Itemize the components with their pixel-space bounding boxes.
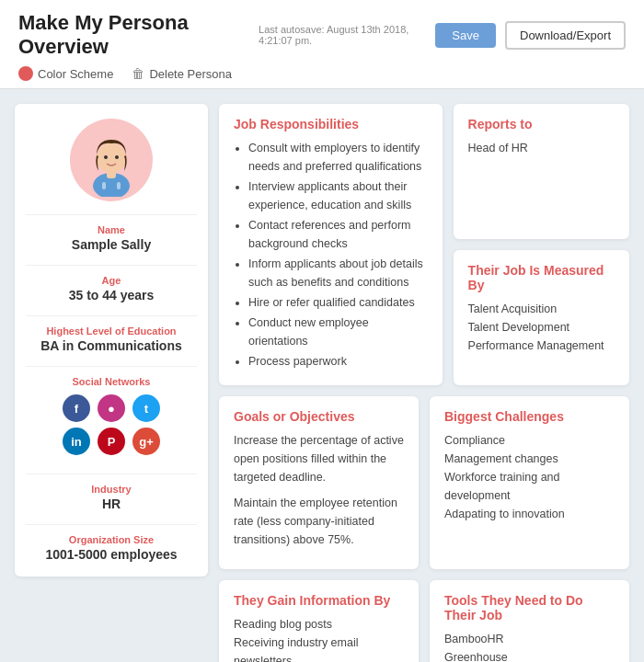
grid-row-2: Goals or Objectives Increase the percent… [219, 396, 629, 569]
goals-card: Goals or Objectives Increase the percent… [219, 396, 419, 569]
name-value: Sample Sally [26, 237, 197, 252]
list-item: Maintain the employee retention rate (le… [234, 494, 404, 549]
social-icons-row-2: in P g+ [26, 428, 197, 455]
trash-icon: 🗑 [132, 66, 144, 81]
right-column-1: Reports to Head of HR Their Job Is Measu… [454, 104, 629, 385]
job-responsibilities-title: Job Responsibilities [234, 117, 428, 131]
svg-point-5 [115, 155, 119, 159]
age-label: Age [26, 275, 197, 286]
gain-info-title: They Gain Information By [234, 593, 404, 608]
svg-point-4 [104, 155, 108, 159]
linkedin-icon[interactable]: in [63, 428, 90, 455]
main-content: Name Sample Sally Age 35 to 44 years Hig… [0, 89, 644, 662]
delete-persona-label: Delete Persona [149, 67, 232, 81]
header-right: Last autosave: August 13th 2018, 4:21:07… [259, 21, 626, 50]
download-button[interactable]: Download/Export [505, 21, 626, 50]
tools-card: Tools They Need to Do Their Job BambooHR… [430, 580, 629, 662]
measured-by-list: Talent AcquisitionTalent DevelopmentPerf… [468, 300, 615, 355]
social-networks-section: Social Networks f ● t in P g+ [26, 366, 197, 461]
reports-to-card: Reports to Head of HR [454, 104, 629, 239]
autosave-text: Last autosave: August 13th 2018, 4:21:07… [259, 24, 426, 46]
list-item: Performance Management [468, 337, 615, 355]
color-scheme-button[interactable]: Color Scheme [18, 66, 113, 81]
list-item: Greenhouse [444, 648, 615, 662]
name-label: Name [26, 224, 197, 235]
instagram-icon[interactable]: ● [98, 394, 125, 422]
org-size-value: 1001-5000 employees [26, 547, 197, 562]
list-item: BambooHR [444, 630, 615, 648]
sidebar-card: Name Sample Sally Age 35 to 44 years Hig… [15, 104, 208, 576]
right-grid: Job Responsibilities Consult with employ… [219, 104, 629, 662]
name-section: Name Sample Sally [26, 214, 197, 252]
tools-title: Tools They Need to Do Their Job [444, 593, 615, 622]
reports-to-title: Reports to [468, 117, 615, 131]
social-label: Social Networks [26, 376, 197, 387]
education-value: BA in Communications [26, 338, 197, 353]
googleplus-icon[interactable]: g+ [132, 428, 160, 455]
biggest-challenges-content: ComplianceManagement changesWorkforce tr… [444, 431, 615, 523]
biggest-challenges-title: Biggest Challenges [444, 409, 615, 424]
org-size-label: Organization Size [26, 534, 197, 545]
svg-point-3 [97, 143, 126, 173]
list-item: Inform applicants about job details such… [248, 255, 428, 291]
tools-content: BambooHRGreenhouseSlackTrello [444, 630, 615, 662]
age-section: Age 35 to 44 years [26, 265, 197, 302]
list-item: Compliance [444, 431, 615, 450]
goals-title: Goals or Objectives [234, 409, 404, 424]
list-item: Consult with employers to identify needs… [248, 139, 428, 176]
page-title: Make My Persona Overview [18, 11, 259, 59]
save-button[interactable]: Save [435, 23, 496, 48]
list-item: Talent Development [468, 318, 615, 337]
header: Make My Persona Overview Last autosave: … [0, 0, 644, 89]
measured-by-content: Talent AcquisitionTalent DevelopmentPerf… [468, 300, 615, 355]
list-item: Increase the percentage of active open p… [234, 431, 404, 486]
reports-to-value: Head of HR [468, 139, 615, 157]
delete-persona-button[interactable]: 🗑 Delete Persona [132, 66, 232, 81]
education-section: Highest Level of Education BA in Communi… [26, 315, 197, 353]
age-value: 35 to 44 years [26, 288, 197, 302]
list-item: Interview applicants about their experie… [248, 177, 428, 214]
industry-section: Industry HR [26, 474, 197, 511]
measured-by-title: Their Job Is Measured By [468, 263, 615, 292]
education-label: Highest Level of Education [26, 325, 197, 337]
job-responsibilities-content: Consult with employers to identify needs… [234, 139, 428, 371]
color-scheme-label: Color Scheme [38, 67, 113, 81]
list-item: Management changes [444, 450, 615, 468]
list-item: Reading blog posts [234, 615, 404, 633]
job-responsibilities-card: Job Responsibilities Consult with employ… [219, 104, 443, 385]
social-icons-row-1: f ● t [26, 394, 197, 422]
toolbar: Color Scheme 🗑 Delete Persona [18, 66, 626, 81]
grid-row-1: Job Responsibilities Consult with employ… [219, 104, 629, 385]
svg-rect-6 [102, 182, 106, 189]
header-top: Make My Persona Overview Last autosave: … [18, 11, 626, 59]
gain-info-card: They Gain Information By Reading blog po… [219, 580, 419, 662]
org-size-section: Organization Size 1001-5000 employees [26, 524, 197, 562]
measured-by-card: Their Job Is Measured By Talent Acquisit… [454, 250, 629, 385]
industry-value: HR [26, 496, 197, 511]
grid-row-3: They Gain Information By Reading blog po… [219, 580, 629, 662]
list-item: Contact references and perform backgroun… [248, 216, 428, 253]
list-item: Hire or refer qualified candidates [248, 293, 428, 312]
goals-content: Increase the percentage of active open p… [234, 431, 404, 549]
list-item: Adapating to innovation [444, 505, 615, 523]
facebook-icon[interactable]: f [63, 394, 90, 422]
color-scheme-icon [18, 66, 33, 81]
svg-rect-7 [117, 182, 121, 189]
list-item: Conduct new employee orientations [248, 314, 428, 350]
biggest-challenges-card: Biggest Challenges ComplianceManagement … [430, 396, 629, 569]
list-item: Talent Acquisition [468, 300, 615, 318]
avatar [70, 119, 153, 201]
gain-info-content: Reading blog postsReceiving industry ema… [234, 615, 404, 662]
list-item: Workforce training and development [444, 468, 615, 505]
avatar-svg [75, 123, 148, 197]
pinterest-icon[interactable]: P [98, 428, 125, 455]
twitter-icon[interactable]: t [132, 394, 160, 422]
job-responsibilities-list: Consult with employers to identify needs… [234, 139, 428, 371]
industry-label: Industry [26, 484, 197, 495]
list-item: Process paperwork [248, 352, 428, 371]
list-item: Receiving industry email newsletters [234, 633, 404, 662]
